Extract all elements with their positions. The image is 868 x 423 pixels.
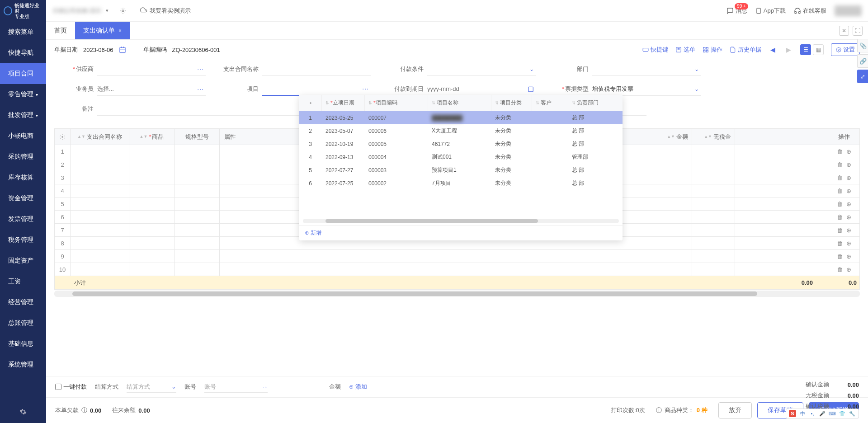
sidebar-item[interactable]: 采购管理 xyxy=(0,146,46,167)
sidebar-item[interactable]: 基础信息 xyxy=(0,334,46,354)
dd-gear-icon[interactable] xyxy=(299,95,322,111)
ime-mic-icon[interactable]: 🎤 xyxy=(819,410,826,417)
project-input[interactable]: ··· xyxy=(262,82,371,96)
chevron-down-icon[interactable]: ⌄ xyxy=(529,66,534,72)
copy-row-icon[interactable]: ⊕ xyxy=(846,201,851,207)
dropdown-row[interactable]: 22023-05-07000006X大厦工程未分类总 部 xyxy=(299,124,623,137)
dd-col-date[interactable]: ⇅*立项日期 xyxy=(322,95,365,111)
org-settings-icon[interactable] xyxy=(119,7,127,14)
next-bill-icon[interactable]: ▶ xyxy=(784,46,793,53)
dd-horizontal-scrollbar[interactable] xyxy=(303,219,619,223)
select-bill-link[interactable]: 选单 xyxy=(675,46,695,54)
chevron-down-icon[interactable]: ▾ xyxy=(106,8,108,14)
more-icon[interactable]: ··· xyxy=(263,383,268,390)
pay-terms-select[interactable]: ⌄ xyxy=(427,62,536,76)
copy-row-icon[interactable]: ⊕ xyxy=(846,266,851,273)
ime-shirt-icon[interactable]: 👕 xyxy=(839,410,846,417)
prev-bill-icon[interactable]: ◀ xyxy=(769,46,777,53)
dropdown-row[interactable]: 52022-07-27000003预算项目1未分类总 部 xyxy=(299,164,623,177)
chevron-down-icon[interactable]: ⌄ xyxy=(171,383,176,390)
sidebar-item[interactable]: 库存核算 xyxy=(0,167,46,188)
settings-button[interactable]: 设置 xyxy=(831,43,860,56)
sidebar-item[interactable]: 发票管理 xyxy=(0,209,46,230)
ime-cn-icon[interactable]: 中 xyxy=(799,410,806,417)
side-tab-pin-icon[interactable]: 📎 xyxy=(857,39,868,52)
sidebar-item[interactable]: 项目合同 xyxy=(0,63,46,84)
sidebar-item[interactable]: 小畅电商 xyxy=(0,126,46,146)
copy-row-icon[interactable]: ⊕ xyxy=(846,253,851,260)
delete-row-icon[interactable]: 🗑 xyxy=(837,174,843,181)
copy-row-icon[interactable]: ⊕ xyxy=(846,240,851,247)
sidebar-item[interactable]: 零售管理▾ xyxy=(0,84,46,105)
clerk-input[interactable]: ··· xyxy=(97,82,206,96)
department-select[interactable]: ⌄ xyxy=(592,62,701,76)
delete-row-icon[interactable]: 🗑 xyxy=(837,227,843,234)
dd-col-name[interactable]: ⇅项目名称 xyxy=(428,95,491,111)
dd-col-customer[interactable]: ⇅客户 xyxy=(532,95,568,111)
sidebar-item[interactable]: 总账管理 xyxy=(0,313,46,334)
calendar-icon[interactable] xyxy=(119,46,126,53)
col-spec[interactable]: 规格型号 xyxy=(175,129,220,145)
close-all-tabs-icon[interactable]: ✕ xyxy=(839,26,849,36)
ime-toolbar[interactable]: S 中 •, 🎤 ⌨ 👕 🔧 xyxy=(786,409,859,418)
delete-row-icon[interactable]: 🗑 xyxy=(837,148,843,155)
add-settlement-link[interactable]: ⊕ 添加 xyxy=(349,383,367,391)
delete-row-icon[interactable]: 🗑 xyxy=(837,214,843,221)
horizontal-scrollbar[interactable] xyxy=(54,291,860,297)
user-avatar[interactable] xyxy=(835,5,862,16)
table-row[interactable]: 9 xyxy=(55,250,859,263)
side-tab-link-icon[interactable]: 🔗 xyxy=(857,54,868,68)
expand-tabs-icon[interactable]: ⛶ xyxy=(853,26,863,36)
operate-link[interactable]: 操作 xyxy=(703,46,722,54)
chevron-down-icon[interactable]: ⌄ xyxy=(694,66,699,72)
copy-row-icon[interactable]: ⊕ xyxy=(846,148,851,155)
copy-row-icon[interactable]: ⊕ xyxy=(846,161,851,168)
dd-col-code[interactable]: ⇅*项目编码 xyxy=(365,95,428,111)
shortcut-link[interactable]: 快捷键 xyxy=(642,46,668,54)
table-row[interactable]: 10 xyxy=(55,263,859,276)
dd-col-category[interactable]: ⇅项目分类 xyxy=(491,95,532,111)
grid-gear-icon[interactable] xyxy=(55,129,71,145)
bill-date-value[interactable]: 2023-06-06 xyxy=(83,47,113,53)
dropdown-row[interactable]: 32022-10-19000005461772未分类总 部 xyxy=(299,137,623,150)
delete-row-icon[interactable]: 🗑 xyxy=(837,253,843,260)
contract-name-input[interactable] xyxy=(262,62,371,76)
sidebar-item[interactable]: 税务管理 xyxy=(0,230,46,250)
calendar-icon[interactable] xyxy=(528,86,534,92)
dropdown-row[interactable]: 62022-07-250000027月项目未分类总 部 xyxy=(299,177,623,190)
sidebar-item[interactable]: 工资 xyxy=(0,271,46,292)
app-download-link[interactable]: App下载 xyxy=(755,7,786,15)
delete-row-icon[interactable]: 🗑 xyxy=(837,240,843,247)
col-product[interactable]: ▲▼*商品 xyxy=(129,129,175,145)
due-date-input[interactable] xyxy=(427,82,536,96)
delete-row-icon[interactable]: 🗑 xyxy=(837,161,843,168)
dd-col-dept[interactable]: ⇅负责部门 xyxy=(568,95,618,111)
ime-sogou-icon[interactable]: S xyxy=(789,410,796,417)
sidebar-item[interactable]: 批发管理▾ xyxy=(0,105,46,126)
sidebar-item[interactable]: 快捷导航 xyxy=(0,42,46,63)
side-tab-expand-icon[interactable]: ⤢ xyxy=(857,70,868,83)
tab-expense-confirm[interactable]: 支出确认单 × xyxy=(75,22,130,39)
delete-row-icon[interactable]: 🗑 xyxy=(837,188,843,194)
ime-punct-icon[interactable]: •, xyxy=(809,410,816,417)
copy-row-icon[interactable]: ⊕ xyxy=(846,227,851,234)
dropdown-row[interactable]: 12023-05-25000007████████未分类总 部 xyxy=(299,111,623,124)
sidebar-item[interactable]: 搜索菜单 xyxy=(0,22,46,42)
dropdown-row[interactable]: 42022-09-13000004测试001未分类管理部 xyxy=(299,150,623,164)
delete-row-icon[interactable]: 🗑 xyxy=(837,201,843,207)
ime-tool-icon[interactable]: 🔧 xyxy=(849,410,856,417)
one-key-pay-checkbox[interactable]: 一键付款 xyxy=(55,383,87,391)
sidebar-item[interactable]: 资金管理 xyxy=(0,188,46,209)
sidebar-item[interactable]: 经营管理 xyxy=(0,292,46,313)
more-icon[interactable]: ··· xyxy=(197,66,204,73)
copy-row-icon[interactable]: ⊕ xyxy=(846,174,851,181)
sidebar-item[interactable]: 固定资产 xyxy=(0,250,46,271)
copy-row-icon[interactable]: ⊕ xyxy=(846,188,851,194)
supplier-input[interactable]: ··· xyxy=(97,62,206,76)
more-icon[interactable]: ··· xyxy=(197,85,204,93)
account-input[interactable]: 账号··· xyxy=(204,381,268,393)
close-tab-icon[interactable]: × xyxy=(118,28,122,34)
settle-type-select[interactable]: 结算方式⌄ xyxy=(127,381,176,393)
messages-link[interactable]: 消息 99 + xyxy=(726,7,747,15)
col-amount[interactable]: ▲▼金额 xyxy=(649,129,692,145)
